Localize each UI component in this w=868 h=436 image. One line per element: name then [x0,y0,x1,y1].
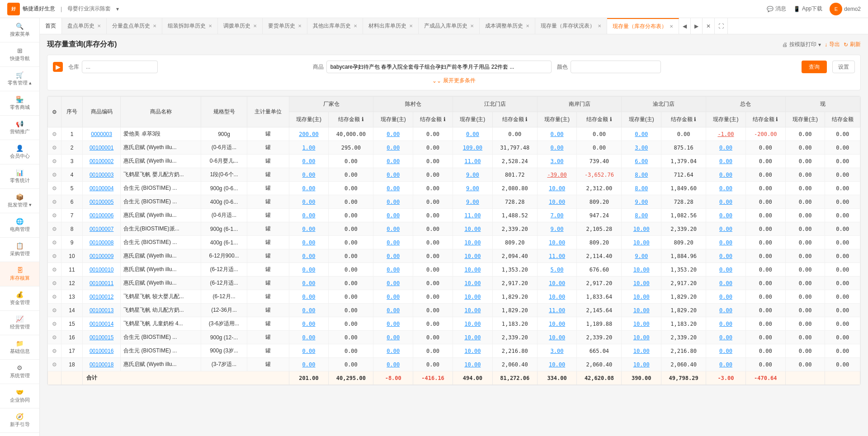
row-settings[interactable]: ⚙ [48,358,61,371]
search-button[interactable]: 查询 [802,61,827,73]
sidebar-item-retail-stats[interactable]: 📊 零售统计 [0,164,39,189]
sidebar-item-member[interactable]: 👤 会员中心 [0,140,39,164]
dropdown-icon[interactable]: ▾ [116,6,119,12]
sidebar-item-wholesale[interactable]: 📦 批发管理 ▾ [0,189,39,213]
tab-stock-status[interactable]: 现存量（库存状况表）✕ [535,18,607,34]
tab-close-product-in[interactable]: ✕ [470,23,474,28]
app-download-button[interactable]: 📱 App下载 [793,5,822,13]
row-total-qty: 0.00 [706,222,746,236]
row-index: 18 [61,358,83,371]
sidebar-item-operations[interactable]: 📈 经营管理 [0,311,39,335]
row-settings[interactable]: ⚙ [48,168,61,182]
tab-assembly[interactable]: 组装拆卸单历史 ✕ [162,18,218,34]
print-button[interactable]: 🖨 按模版打印 ▾ [782,41,821,48]
setting-button[interactable]: 设置 [832,61,855,73]
tab-close-allocation[interactable]: ✕ [253,23,257,28]
row-settings[interactable]: ⚙ [48,155,61,168]
sidebar-item-app-center[interactable]: 🔧 应用中心 [0,433,39,436]
tab-close-stock-dist[interactable]: ✕ [670,24,673,29]
page-actions: 🖨 按模版打印 ▾ ↓ 导出 ↻ 刷新 [782,41,861,48]
row-jb-amt: 2,339.20 [492,222,537,236]
refresh-button[interactable]: ↻ 刷新 [844,41,861,48]
row-settings[interactable]: ⚙ [48,277,61,290]
export-button[interactable]: ↓ 导出 [825,41,840,48]
row-settings[interactable]: ⚙ [48,304,61,317]
row-jb-amt: 31,797.48 [492,141,537,155]
user-area[interactable]: E demo2 [830,3,861,15]
tab-material-out[interactable]: 材料出库单历史 ✕ [363,18,419,34]
row-settings[interactable]: ⚙ [48,209,61,222]
row-settings[interactable]: ⚙ [48,249,61,263]
tab-stock-dist[interactable]: 现存量（库存分布表）✕ [607,18,679,34]
tab-close-material-out[interactable]: ✕ [409,23,413,28]
sidebar-item-nav[interactable]: ⊞ 快捷导航 [0,42,39,67]
row-settings[interactable]: ⚙ [48,344,61,358]
row-yb-qty: 10.00 [622,263,661,277]
row-settings[interactable]: ⚙ [48,127,61,141]
expand-conditions-button[interactable]: ⌄⌄ 展开更多条件 [432,77,476,84]
row-cc-amt: 0.00 [413,263,453,277]
row-settings[interactable]: ⚙ [48,141,61,155]
row-settings[interactable]: ⚙ [48,222,61,236]
row-jb-qty: 10.00 [453,249,493,263]
tab-close-inventory-count[interactable]: ✕ [97,23,101,28]
row-unit: 罐 [247,236,289,249]
sidebar-item-basics[interactable]: 📁 基础信息 [0,335,39,360]
tab-other-out[interactable]: 其他出库单历史 ✕ [307,18,363,34]
sidebar-item-inventory[interactable]: 🗄 库存核算 [0,262,39,286]
tab-nav-right[interactable]: ▶ [691,18,703,34]
row-settings[interactable]: ⚙ [48,290,61,304]
sidebar-item-retail-mgmt[interactable]: 🛒 零售管理 ▴ [0,67,39,91]
sidebar-item-guide[interactable]: 🧭 新手引导 [0,408,39,433]
tab-close-purchase-request[interactable]: ✕ [298,23,302,28]
tab-inventory-count[interactable]: 盘点单历史 ✕ [62,18,107,34]
tab-close-cost-adjust[interactable]: ✕ [526,23,529,28]
row-ck-qty: 0.00 [289,236,329,249]
sidebar-item-finance[interactable]: 💰 资金管理 [0,286,39,311]
color-input[interactable] [571,61,661,73]
sidebar-item-retail-store[interactable]: 🏪 零售商城 [0,91,39,116]
row-na-amt: -3,652.76 [577,168,622,182]
col-settings-header[interactable]: ⚙ [48,97,61,127]
tab-nav-close[interactable]: ✕ [703,18,715,34]
row-jb-qty: 10.00 [453,277,493,290]
row-settings[interactable]: ⚙ [48,195,61,209]
sidebar-item-marketing[interactable]: 📢 营销推广 [0,116,39,140]
row-cur-amt: 0.00 [825,290,860,304]
row-settings[interactable]: ⚙ [48,182,61,195]
tab-home[interactable]: 首页 [40,18,62,34]
row-settings[interactable]: ⚙ [48,263,61,277]
filter-expand-button[interactable]: ▶ [53,62,63,72]
warehouse-input[interactable] [82,61,158,73]
row-settings[interactable]: ⚙ [48,236,61,249]
row-ck-qty: 0.00 [289,358,329,371]
topbar-left: 好 畅捷通好生意 | 母婴行业演示陈套 ▾ [7,3,119,15]
row-na-amt: 0.00 [577,127,622,141]
sidebar-item-ecommerce[interactable]: 🌐 电商管理 [0,213,39,238]
tab-allocation[interactable]: 调拨单历史 ✕ [218,18,263,34]
row-total-qty: 0.00 [706,317,746,331]
row-code: 00100007 [82,222,120,236]
sidebar-item-search[interactable]: 🔍 搜索英单 [0,18,39,42]
tab-close-assembly[interactable]: ✕ [208,23,212,28]
table-row: ⚙ 6 00100005 合生元 (BIOSTIME) ... 400g (0-… [48,195,860,209]
tab-purchase-request[interactable]: 要货单历史 ✕ [263,18,307,34]
message-button[interactable]: 💬 消息 [767,5,786,13]
row-settings[interactable]: ⚙ [48,331,61,344]
tab-sub-inventory-count[interactable]: 分量盘点单历史 ✕ [107,18,162,34]
row-settings[interactable]: ⚙ [48,317,61,331]
tab-close-other-out[interactable]: ✕ [354,23,357,28]
tab-nav-left[interactable]: ◀ [679,18,691,34]
tab-close-sub-inventory-count[interactable]: ✕ [153,23,156,28]
tab-cost-adjust[interactable]: 成本调整单历史 ✕ [480,18,535,34]
finance-icon: 💰 [2,291,38,298]
row-spec: (6-12月适... [201,263,247,277]
product-input[interactable] [326,61,552,73]
tab-product-in[interactable]: 产成品入库单历史 ✕ [419,18,480,34]
tab-close-stock-status[interactable]: ✕ [598,23,601,28]
table-container: ⚙ 序号 商品编码 商品名称 规格型号 主计量单位 厂家仓 陈村仓 江北门店 南… [47,96,861,385]
tab-nav-expand[interactable]: ⛶ [715,18,728,34]
sidebar-item-purchase[interactable]: 📋 采购管理 [0,238,39,262]
sidebar-item-system[interactable]: ⚙ 系统管理 [0,360,39,384]
sidebar-item-corp[interactable]: 🤝 企业协同 [0,384,39,408]
